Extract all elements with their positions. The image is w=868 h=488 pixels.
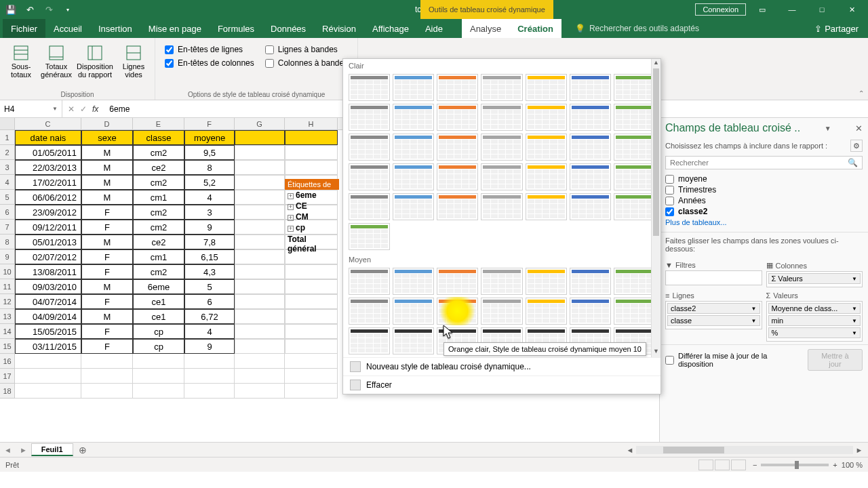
style-thumbnail[interactable] — [614, 163, 655, 190]
cell[interactable]: 5,2 — [184, 175, 235, 190]
style-thumbnail[interactable] — [481, 74, 522, 101]
style-thumbnail[interactable] — [526, 74, 567, 101]
close-icon[interactable]: ✕ — [838, 0, 865, 19]
style-thumbnail[interactable] — [437, 74, 478, 101]
name-box[interactable]: H4 ▼ — [0, 100, 62, 117]
row-header[interactable]: 13 — [0, 309, 15, 324]
field-pill[interactable]: classe▼ — [667, 315, 760, 326]
cell[interactable]: 04/09/2014 — [15, 309, 81, 324]
cell[interactable]: F — [81, 249, 133, 264]
row-header[interactable]: 3 — [0, 160, 15, 175]
style-thumbnail[interactable] — [570, 134, 611, 161]
row-header[interactable]: 1 — [0, 130, 15, 145]
cell[interactable]: 03/11/2015 — [15, 339, 81, 354]
page-layout-view-icon[interactable] — [715, 460, 730, 470]
expand-icon[interactable]: + — [288, 215, 294, 221]
select-all-corner[interactable] — [0, 118, 15, 129]
cell[interactable]: 02/07/2012 — [15, 249, 81, 264]
cell[interactable]: 05/01/2013 — [15, 235, 81, 249]
share-button[interactable]: ⇪ Partager — [808, 19, 865, 38]
style-thumbnail[interactable] — [526, 104, 567, 131]
collapse-ribbon-icon[interactable]: ⌃ — [859, 89, 864, 97]
field-search[interactable]: 🔍 — [665, 156, 863, 169]
minimize-icon[interactable]: — — [778, 0, 806, 19]
row-header[interactable]: 10 — [0, 264, 15, 279]
style-thumbnail[interactable] — [393, 134, 434, 161]
cell[interactable]: F — [81, 264, 133, 279]
style-thumbnail[interactable] — [393, 74, 434, 101]
header-cell[interactable]: moyene — [184, 130, 235, 145]
expand-icon[interactable]: + — [288, 204, 294, 210]
normal-view-icon[interactable] — [698, 460, 713, 470]
cell[interactable]: 06/06/2012 — [15, 190, 81, 205]
expand-icon[interactable]: + — [288, 193, 294, 199]
row-header[interactable]: 16 — [0, 354, 15, 369]
row-header[interactable]: 12 — [0, 294, 15, 309]
cell[interactable]: 13/08/2011 — [15, 264, 81, 279]
tab-view[interactable]: Affichage — [364, 19, 417, 38]
style-thumbnail[interactable] — [570, 298, 611, 325]
style-thumbnail[interactable] — [570, 74, 611, 101]
col-header[interactable]: H — [285, 118, 338, 129]
gear-icon[interactable]: ⚙ — [850, 140, 863, 152]
style-thumbnail[interactable] — [614, 104, 655, 131]
tab-analyse[interactable]: Analyse — [462, 19, 509, 38]
horizontal-scrollbar[interactable]: ◄ ► — [625, 446, 868, 454]
row-header[interactable]: 7 — [0, 220, 15, 235]
banded-cols-checkbox[interactable]: Colonnes à bandes — [265, 58, 348, 68]
tab-creation[interactable]: Création — [509, 19, 561, 38]
cell[interactable]: F — [81, 205, 133, 220]
search-input[interactable] — [666, 157, 844, 169]
cell[interactable]: M — [81, 160, 133, 175]
pivot-row-labels-header[interactable]: Étiquettes de — [285, 179, 339, 190]
field-checkbox[interactable]: classe2 — [665, 206, 863, 217]
cell[interactable]: M — [81, 279, 133, 294]
cell[interactable]: 4 — [184, 324, 235, 339]
ribbon-options-icon[interactable]: ▭ — [749, 0, 776, 19]
cell[interactable]: 3 — [184, 205, 235, 220]
pivot-item[interactable]: +CE — [285, 201, 339, 211]
zone-rows[interactable]: ≡Lignes classe2▼classe▼ — [665, 290, 762, 342]
tab-layout[interactable]: Mise en page — [140, 19, 210, 38]
style-thumbnail[interactable] — [437, 193, 478, 220]
tab-review[interactable]: Révision — [314, 19, 364, 38]
close-icon[interactable]: ✕ — [855, 123, 863, 134]
cell[interactable]: F — [81, 294, 133, 309]
cell[interactable]: M — [81, 235, 133, 249]
style-thumbnail[interactable] — [614, 268, 655, 295]
style-thumbnail[interactable] — [526, 134, 567, 161]
cell[interactable]: M — [81, 309, 133, 324]
style-thumbnail[interactable] — [349, 134, 390, 161]
cell[interactable]: 04/07/2014 — [15, 294, 81, 309]
maximize-icon[interactable]: □ — [808, 0, 835, 19]
col-header[interactable]: C — [15, 118, 81, 129]
style-thumbnail[interactable] — [481, 268, 522, 295]
style-thumbnail[interactable] — [393, 104, 434, 131]
style-thumbnail[interactable] — [393, 327, 434, 354]
cell[interactable]: F — [81, 324, 133, 339]
style-thumbnail[interactable] — [526, 193, 567, 220]
report-layout-button[interactable]: Disposition du rapport — [75, 41, 115, 90]
scroll-left-icon[interactable]: ◄ — [625, 446, 635, 454]
style-thumbnail[interactable] — [570, 193, 611, 220]
confirm-icon[interactable]: ✓ — [80, 104, 87, 114]
cell[interactable]: ce1 — [133, 294, 184, 309]
style-thumbnail[interactable] — [437, 104, 478, 131]
cell[interactable]: cm2 — [133, 264, 184, 279]
cell[interactable]: cm2 — [133, 175, 184, 190]
cell[interactable]: 22/03/2013 — [15, 160, 81, 175]
tab-insert[interactable]: Insertion — [90, 19, 140, 38]
cell[interactable]: ce2 — [133, 160, 184, 175]
style-thumbnail[interactable] — [526, 163, 567, 190]
search-icon[interactable]: 🔍 — [844, 158, 862, 167]
save-icon[interactable]: 💾 — [5, 4, 16, 15]
redo-icon[interactable]: ↷ — [43, 4, 54, 15]
style-thumbnail[interactable] — [614, 134, 655, 161]
field-checkbox[interactable]: moyene — [665, 174, 863, 184]
style-thumbnail[interactable] — [526, 268, 567, 295]
cell[interactable]: cm2 — [133, 205, 184, 220]
cell[interactable]: 09/03/2010 — [15, 279, 81, 294]
cell[interactable]: cp — [133, 339, 184, 354]
style-thumbnail[interactable] — [349, 163, 390, 190]
style-thumbnail[interactable] — [481, 193, 522, 220]
